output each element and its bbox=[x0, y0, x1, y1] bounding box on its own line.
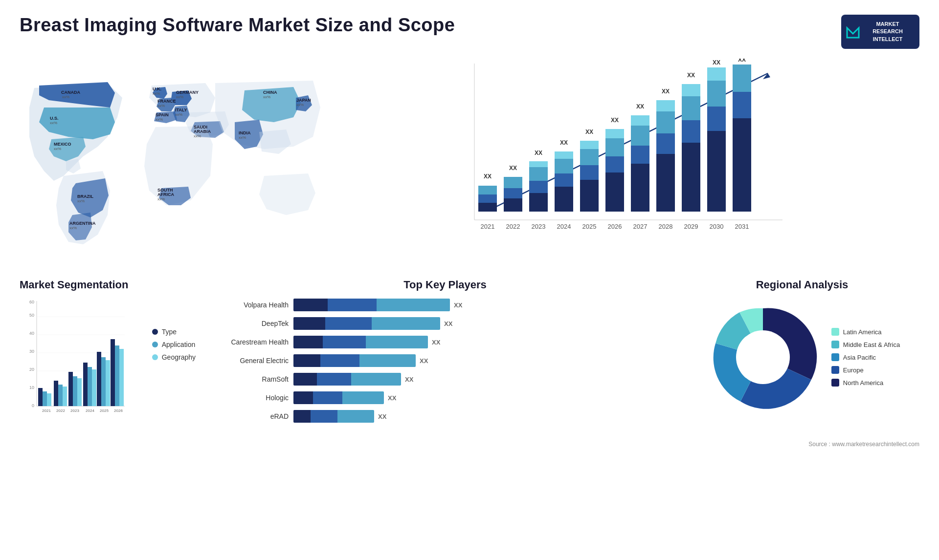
svg-text:XX: XX bbox=[713, 59, 720, 66]
player-row-hologic: Hologic XX bbox=[215, 391, 675, 404]
svg-text:0: 0 bbox=[32, 403, 34, 408]
svg-text:2023: 2023 bbox=[532, 223, 546, 230]
svg-rect-126 bbox=[83, 363, 88, 406]
svg-text:XX: XX bbox=[662, 88, 670, 95]
svg-rect-55 bbox=[555, 159, 573, 173]
seg-legend-application: Application bbox=[152, 341, 196, 348]
regional-legend-mea: Middle East & Africa bbox=[831, 341, 900, 348]
svg-rect-39 bbox=[478, 186, 497, 194]
seg-label-type: Type bbox=[162, 328, 177, 336]
player-bar-erad bbox=[293, 410, 374, 423]
svg-rect-66 bbox=[605, 156, 624, 172]
bar-dark-deeptek bbox=[293, 317, 325, 330]
svg-text:U.S.: U.S. bbox=[50, 116, 59, 121]
svg-rect-116 bbox=[47, 393, 51, 406]
svg-text:XX: XX bbox=[535, 150, 542, 156]
svg-text:10: 10 bbox=[29, 385, 34, 390]
page-title: Breast Imaging Software Market Size and … bbox=[20, 15, 455, 36]
svg-rect-119 bbox=[58, 385, 63, 406]
svg-text:JAPAN: JAPAN bbox=[296, 98, 311, 103]
svg-rect-83 bbox=[682, 143, 700, 212]
svg-text:SPAIN: SPAIN bbox=[156, 112, 169, 117]
bar-light-deeptek bbox=[372, 317, 440, 330]
segmentation-section: Market Segmentation 0 10 20 30 40 50 60 bbox=[20, 279, 205, 429]
svg-rect-85 bbox=[682, 96, 700, 120]
svg-rect-54 bbox=[555, 173, 573, 187]
main-grid: CANADA xx% U.S. xx% MEXICO xx% BRAZIL xx… bbox=[0, 54, 939, 264]
svg-rect-73 bbox=[631, 126, 649, 146]
bar-light-hologic bbox=[342, 391, 384, 404]
player-bar-hologic bbox=[293, 391, 384, 404]
svg-text:GERMANY: GERMANY bbox=[176, 90, 199, 95]
player-row-ge: General Electric XX bbox=[215, 354, 675, 367]
svg-text:2024: 2024 bbox=[557, 223, 571, 230]
svg-text:20: 20 bbox=[29, 367, 34, 372]
regional-color-europe bbox=[831, 366, 839, 374]
svg-text:2025: 2025 bbox=[100, 409, 109, 413]
svg-rect-61 bbox=[580, 149, 599, 165]
seg-label-application: Application bbox=[162, 341, 196, 348]
svg-text:50: 50 bbox=[29, 313, 34, 318]
svg-text:60: 60 bbox=[29, 300, 34, 304]
svg-rect-135 bbox=[115, 345, 119, 406]
svg-text:2021: 2021 bbox=[481, 223, 495, 230]
svg-text:2026: 2026 bbox=[608, 223, 622, 230]
player-name-erad: eRAD bbox=[215, 412, 289, 420]
svg-rect-59 bbox=[580, 180, 599, 212]
player-bar-ramsoft-container: XX bbox=[293, 373, 675, 386]
svg-rect-89 bbox=[707, 131, 726, 212]
svg-rect-120 bbox=[63, 387, 67, 406]
player-bar-volpara bbox=[293, 299, 450, 311]
bar-light-ramsoft bbox=[351, 373, 401, 386]
svg-rect-134 bbox=[111, 339, 115, 406]
player-name-carestream: Carestream Health bbox=[215, 338, 289, 346]
player-list: Volpara Health XX DeepTek bbox=[215, 299, 675, 423]
player-bar-carestream bbox=[293, 336, 428, 348]
player-bar-ge bbox=[293, 354, 416, 367]
bar-med-ramsoft bbox=[317, 373, 351, 386]
bar-med-erad bbox=[311, 410, 337, 423]
svg-rect-127 bbox=[88, 367, 92, 406]
svg-rect-130 bbox=[97, 352, 101, 406]
bar-med-ge bbox=[320, 354, 359, 367]
svg-text:30: 30 bbox=[29, 349, 34, 354]
player-name-volpara: Volpara Health bbox=[215, 301, 289, 309]
player-value-ramsoft: XX bbox=[405, 376, 413, 383]
svg-rect-128 bbox=[92, 369, 96, 406]
segmentation-chart-svg: 0 10 20 30 40 50 60 2021 bbox=[20, 299, 127, 426]
map-section: CANADA xx% U.S. xx% MEXICO xx% BRAZIL xx… bbox=[20, 54, 323, 264]
svg-text:ARGENTINA: ARGENTINA bbox=[69, 221, 96, 226]
svg-marker-0 bbox=[847, 28, 859, 38]
player-row-carestream: Carestream Health XX bbox=[215, 336, 675, 348]
bottom-grid: Market Segmentation 0 10 20 30 40 50 60 bbox=[0, 269, 939, 438]
regional-label-apac: Asia Pacific bbox=[843, 354, 876, 361]
svg-rect-86 bbox=[682, 84, 700, 96]
player-name-deeptek: DeepTek bbox=[215, 320, 289, 327]
svg-text:BRAZIL: BRAZIL bbox=[77, 194, 93, 199]
svg-text:MEXICO: MEXICO bbox=[54, 142, 71, 147]
svg-text:AFRICA: AFRICA bbox=[157, 192, 174, 197]
svg-text:xx%: xx% bbox=[153, 91, 160, 96]
regional-legend-apac: Asia Pacific bbox=[831, 353, 900, 361]
svg-rect-91 bbox=[707, 81, 726, 107]
svg-rect-49 bbox=[529, 167, 548, 181]
regional-label-na: North America bbox=[843, 379, 883, 387]
svg-text:xx%: xx% bbox=[77, 199, 85, 203]
svg-rect-77 bbox=[656, 154, 675, 212]
growth-chart-svg: XX 2021 XX 2022 XX 2023 XX 2024 bbox=[342, 59, 900, 249]
svg-rect-115 bbox=[43, 391, 47, 406]
regional-label-latin: Latin America bbox=[843, 328, 882, 336]
svg-rect-42 bbox=[504, 198, 522, 212]
bar-med-deeptek bbox=[325, 317, 372, 330]
player-bar-deeptek-container: XX bbox=[293, 317, 675, 330]
svg-rect-136 bbox=[119, 349, 124, 406]
player-value-erad: XX bbox=[378, 413, 386, 420]
svg-text:2022: 2022 bbox=[506, 223, 520, 230]
svg-text:xx%: xx% bbox=[239, 135, 246, 140]
player-value-deeptek: XX bbox=[444, 320, 452, 327]
svg-text:xx%: xx% bbox=[54, 147, 61, 151]
bar-dark-hologic bbox=[293, 391, 313, 404]
svg-rect-84 bbox=[682, 120, 700, 143]
regional-legend: Latin America Middle East & Africa Asia … bbox=[831, 328, 900, 387]
regional-legend-latin: Latin America bbox=[831, 328, 900, 336]
